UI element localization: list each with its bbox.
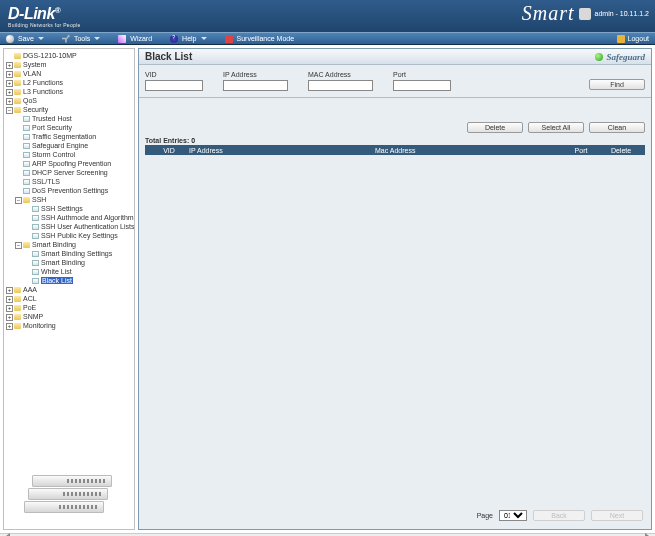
tree-item[interactable]: Security [23,106,48,113]
pager: Page 01 Back Next [477,510,643,521]
page-next-button[interactable]: Next [591,510,643,521]
tree-item[interactable]: Port Security [32,124,72,131]
tree-item[interactable]: SNMP [23,313,43,320]
page-select[interactable]: 01 [499,510,527,521]
tree-item[interactable]: PoE [23,304,36,311]
menu-save[interactable]: Save [6,35,44,43]
port-input[interactable] [393,80,451,91]
folder-icon [23,242,30,248]
table-header: VID IP Address Mac Address Port Delete [145,145,645,155]
select-all-button[interactable]: Select All [528,122,584,133]
tree-item[interactable]: Trusted Host [32,115,72,122]
page-icon [32,251,39,257]
logout-button[interactable]: Logout [617,35,649,43]
tree-toggle[interactable]: + [6,305,13,312]
tree-toggle[interactable]: + [6,62,13,69]
arrow-left-icon[interactable] [6,533,10,537]
tree-item[interactable]: Storm Control [32,151,75,158]
menu-wizard[interactable]: Wizard [118,35,152,43]
avatar-icon [579,8,591,20]
total-entries: Total Entries: 0 [145,137,645,144]
menu-surveillance[interactable]: Surveillance Mode [225,35,295,43]
delete-button[interactable]: Delete [467,122,523,133]
page-icon [23,179,30,185]
page-icon [23,143,30,149]
tree-item[interactable]: Traffic Segmentation [32,133,96,140]
ip-input[interactable] [223,80,288,91]
safeguard-icon [595,53,603,61]
tree-toggle[interactable]: + [6,98,13,105]
tree-item[interactable]: SSH Settings [41,205,83,212]
tree-toggle[interactable]: − [6,107,13,114]
tree-toggle[interactable]: + [6,287,13,294]
page-icon [32,260,39,266]
label-ip: IP Address [223,71,288,78]
page-icon [23,152,30,158]
page-icon [32,233,39,239]
folder-icon [14,62,21,68]
tree-toggle[interactable]: + [6,80,13,87]
arrow-right-icon[interactable] [645,533,649,537]
clean-button[interactable]: Clean [589,122,645,133]
tree-toggle[interactable]: + [6,89,13,96]
tree-item[interactable]: L2 Functions [23,79,63,86]
page-icon [32,215,39,221]
disk-icon [6,35,14,43]
tree-item[interactable]: DHCP Server Screening [32,169,108,176]
tree-toggle[interactable]: − [15,197,22,204]
tree-item[interactable]: SSH User Authentication Lists [41,223,134,230]
page-icon [23,125,30,131]
page-title: Black List [145,51,192,62]
tree-item[interactable]: Smart Binding Settings [41,250,112,257]
page-icon [32,278,39,284]
page-icon [23,188,30,194]
label-port: Port [393,71,451,78]
menu-help[interactable]: Help [170,35,206,43]
find-button[interactable]: Find [589,79,645,90]
label-vid: VID [145,71,203,78]
tree-item[interactable]: ARP Spoofing Prevention [32,160,111,167]
tree-item[interactable]: ACL [23,295,37,302]
tree-item[interactable]: SSL/TLS [32,178,60,185]
page-icon [23,116,30,122]
page-icon [23,170,30,176]
page-icon [32,269,39,275]
tree-item[interactable]: DGS-1210-10MP [23,52,77,59]
tree-item[interactable]: SSH [32,196,46,203]
tree-item[interactable]: Safeguard Engine [32,142,88,149]
tree-item[interactable]: L3 Functions [23,88,63,95]
folder-icon [14,80,21,86]
tree-toggle[interactable]: + [6,296,13,303]
folder-icon [14,53,21,59]
tree-toggle[interactable]: + [6,314,13,321]
tree-item[interactable]: DoS Prevention Settings [32,187,108,194]
tree-item[interactable]: Black List [41,277,73,284]
tree-item[interactable]: QoS [23,97,37,104]
menu-tools[interactable]: Tools [62,35,100,43]
tree-item[interactable]: SSH Public Key Settings [41,232,118,239]
tree-item[interactable]: AAA [23,286,37,293]
tree-toggle[interactable]: + [6,71,13,78]
safeguard-badge: Safeguard [595,52,645,62]
folder-icon [14,296,21,302]
wand-icon [118,35,126,43]
camera-icon [225,35,233,43]
mac-input[interactable] [308,80,373,91]
tree-toggle[interactable]: − [15,242,22,249]
main-panel: Black List Safeguard VID IP Address MAC … [138,48,652,530]
tree-item[interactable]: Monitoring [23,322,56,329]
tree-item[interactable]: VLAN [23,70,41,77]
tree-item[interactable]: SSH Authmode and Algorithm Settings [41,214,135,221]
folder-icon [14,107,21,113]
wrench-icon [62,35,70,43]
tree-item[interactable]: Smart Binding [32,241,76,248]
tree-item[interactable]: White List [41,268,72,275]
tree-item[interactable]: System [23,61,46,68]
tree-toggle[interactable]: + [6,323,13,330]
folder-icon [14,287,21,293]
tree-item[interactable]: Smart Binding [41,259,85,266]
help-icon [170,35,178,43]
page-back-button[interactable]: Back [533,510,585,521]
vid-input[interactable] [145,80,203,91]
page-icon [23,134,30,140]
